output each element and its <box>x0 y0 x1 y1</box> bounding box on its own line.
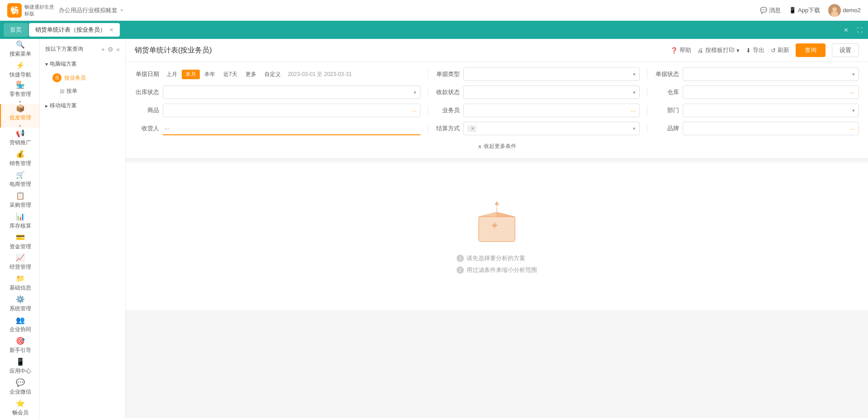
settlement-tag: ✕ <box>467 125 476 132</box>
tab-home[interactable]: 首页 <box>4 23 28 37</box>
settlement-tag-close-icon[interactable]: ✕ <box>471 126 475 132</box>
tab-sales-stat[interactable]: 销货单统计表（按业务员） ✕ <box>29 23 120 37</box>
sidebar-item-sales[interactable]: 💰 销售管理 <box>0 148 39 169</box>
message-btn[interactable]: 💬 消息 <box>760 6 781 14</box>
settlement-arrow-icon: ▾ <box>633 126 636 132</box>
sidebar-item-newbie[interactable]: 🎯 新手引导 <box>0 335 39 356</box>
field-salesperson: 业务员 ··· <box>435 104 640 117</box>
sidebar-item-wechat[interactable]: 💬 企业微信 <box>0 376 39 397</box>
svg-point-2 <box>831 11 838 17</box>
content-panel: 按以下方案查询 + ⚙ « ▾ 电脑端方案 员 按业务员 ⊞ 按单 <box>40 39 868 418</box>
settings-scheme-icon[interactable]: ⚙ <box>108 46 113 53</box>
refresh-icon: ↺ <box>771 47 776 54</box>
svg-text:✦: ✦ <box>490 219 499 232</box>
date-range-text: 2023-03-01 至 2023-03-31 <box>288 71 352 78</box>
brand-more-icon[interactable]: ··· <box>850 125 855 132</box>
main-content: 销货单统计表(按业务员) ❓ 帮助 🖨 按模板打印 ▾ ⬇ 导出 <box>126 39 868 418</box>
sidebar-item-purchase[interactable]: 📋 采购管理 <box>0 190 39 210</box>
tab-close-icon[interactable]: ✕ <box>109 27 113 33</box>
divider-4 <box>647 88 647 97</box>
empty-state: ✦ 1 请先选择要分析的方案 2 用过滤条件来缩小分析范围 <box>126 162 868 310</box>
date-tab-this-year[interactable]: 本年 <box>201 70 219 79</box>
query-button[interactable]: 查询 <box>796 43 826 57</box>
sidebar-item-operation[interactable]: 📈 经营管理 <box>0 252 39 273</box>
svg-marker-8 <box>495 201 499 205</box>
sidebar-item-ecommerce[interactable]: 🛒 电商管理 <box>0 169 39 190</box>
consignee-input[interactable] <box>163 122 420 135</box>
settings-button[interactable]: 设置 <box>832 43 859 57</box>
search-icon: 🔍 <box>16 40 25 49</box>
breadcrumb-arrow-icon[interactable]: ▾ <box>120 7 123 14</box>
wholesale-arrow-icon: ▴ <box>19 123 21 128</box>
date-tab-custom[interactable]: 自定义 <box>261 70 284 79</box>
logo-icon: 畅 <box>7 3 22 18</box>
date-tabs: 上月 本月 本年 近7天 更多 自定义 <box>163 70 284 79</box>
date-tab-last-month[interactable]: 上月 <box>163 70 181 79</box>
message-icon: 💬 <box>760 7 767 14</box>
department-arrow-icon: ▾ <box>852 108 855 114</box>
main-layout: 🔍 搜索菜单 ⚡ 快捷导航 🏪 零售管理 ▾ 📦 批发管理 ▴ 📢 营销推广 💰… <box>0 39 868 418</box>
settlement-select[interactable]: ✕ ▾ <box>463 122 640 135</box>
salesperson-select[interactable]: ··· <box>463 104 640 117</box>
receipt-status-arrow-icon: ▾ <box>633 90 636 95</box>
sidebar-item-retail[interactable]: 🏪 零售管理 ▾ <box>0 81 39 104</box>
product-select[interactable]: ··· <box>163 104 420 117</box>
sidebar-item-search[interactable]: 🔍 搜索菜单 <box>0 39 39 60</box>
purchase-icon: 📋 <box>16 191 25 200</box>
scheme-by-salesperson[interactable]: 员 按业务员 <box>40 71 125 85</box>
sidebar-item-inventory[interactable]: 📊 库存核算 <box>0 210 39 231</box>
collapse-up-icon: ∧ <box>478 143 482 150</box>
warehouse-select[interactable]: ··· <box>683 86 859 99</box>
page-title: 销货单统计表(按业务员) <box>135 46 212 55</box>
enterprise-icon: 👥 <box>16 316 25 324</box>
finance-icon: 💳 <box>16 233 25 242</box>
empty-box-illustration: ✦ <box>470 199 524 244</box>
mobile-scheme-title[interactable]: ▸ 移动端方案 <box>40 99 125 112</box>
brand-select[interactable]: ··· <box>683 122 859 135</box>
template-print-btn[interactable]: 🖨 按模板打印 ▾ <box>698 46 740 54</box>
date-tab-this-month[interactable]: 本月 <box>182 70 200 79</box>
warehouse-label: 仓库 <box>655 88 679 96</box>
sidebar-item-basic[interactable]: 📁 基础信息 <box>0 273 39 294</box>
sidebar-item-wholesale[interactable]: 📦 批发管理 ▴ <box>0 104 39 128</box>
fullscreen-btn[interactable]: ⛶ <box>854 25 864 35</box>
sidebar-item-system[interactable]: ⚙️ 系统管理 <box>0 294 39 314</box>
newbie-icon: 🎯 <box>16 337 25 345</box>
divider-7 <box>428 124 428 133</box>
sidebar-item-enterprise[interactable]: 👥 企业协同 <box>0 314 39 335</box>
app-download-btn[interactable]: 📱 App下载 <box>789 6 820 14</box>
refresh-btn[interactable]: ↺ 刷新 <box>771 46 789 54</box>
empty-icon-area: ✦ <box>470 199 524 245</box>
department-select[interactable]: ▾ <box>683 104 859 117</box>
page-header: 销货单统计表(按业务员) ❓ 帮助 🖨 按模板打印 ▾ ⬇ 导出 <box>126 39 868 62</box>
product-more-icon[interactable]: ··· <box>412 107 417 114</box>
user-profile[interactable]: demo2 <box>828 4 861 17</box>
collapse-conditions-btn[interactable]: ∧ 收起更多条件 <box>135 140 859 153</box>
close-tab-btn[interactable]: ✕ <box>841 25 851 35</box>
sidebar-item-member[interactable]: ⭐ 畅会员 <box>0 397 39 418</box>
doc-type-select[interactable]: ▾ <box>463 67 640 81</box>
doc-status-arrow-icon: ▾ <box>852 71 855 77</box>
date-tab-more[interactable]: 更多 <box>242 70 260 79</box>
export-btn[interactable]: ⬇ 导出 <box>746 46 764 54</box>
out-status-select[interactable]: ▾ <box>163 86 420 99</box>
sidebar-item-finance[interactable]: 💳 资金管理 <box>0 231 39 252</box>
receipt-status-select[interactable]: ▾ <box>463 86 640 99</box>
help-icon: ❓ <box>670 47 678 54</box>
sidebar-item-shortcut[interactable]: ⚡ 快捷导航 <box>0 60 39 81</box>
collapse-scheme-icon[interactable]: « <box>116 46 120 53</box>
mobile-scheme-arrow-icon: ▸ <box>45 103 48 109</box>
print-dropdown-icon: ▾ <box>736 47 740 54</box>
pc-scheme-title[interactable]: ▾ 电脑端方案 <box>40 57 125 71</box>
scheme-by-order[interactable]: ⊞ 按单 <box>40 85 125 97</box>
divider-5 <box>428 106 428 115</box>
phone-icon: 📱 <box>789 7 796 14</box>
doc-status-select[interactable]: ▾ <box>683 67 859 81</box>
add-scheme-icon[interactable]: + <box>101 46 105 53</box>
help-btn[interactable]: ❓ 帮助 <box>670 46 691 54</box>
sidebar-item-appstore[interactable]: 📱 应用中心 <box>0 356 39 376</box>
warehouse-more-icon[interactable]: ··· <box>850 89 855 96</box>
sidebar-item-marketing[interactable]: 📢 营销推广 <box>0 128 39 148</box>
salesperson-more-icon[interactable]: ··· <box>631 107 636 114</box>
date-tab-last7[interactable]: 近7天 <box>220 70 241 79</box>
